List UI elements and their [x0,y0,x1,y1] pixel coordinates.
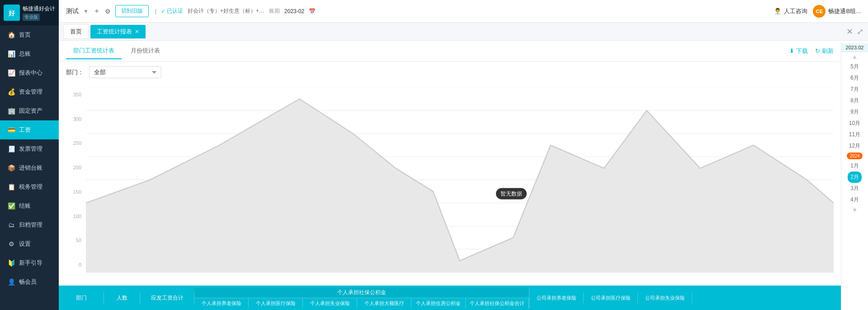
date-month-4-2024[interactable]: 4月 [841,194,868,205]
tab-dept-label: 部门工资统计表 [73,47,114,54]
sidebar-item-closeacct[interactable]: ✅ 结账 [0,196,59,215]
download-button[interactable]: ⬇ 下载 [789,47,808,55]
closeacct-icon: ✅ [7,202,15,210]
ledger-icon: 📊 [7,50,15,57]
ai-consultant-button[interactable]: 👨‍💼 人工咨询 [774,7,807,15]
secondary-tabs-right: ⬇ 下载 ↻ 刷新 [789,47,834,55]
sidebar-item-settings[interactable]: ⚙ 设置 [0,234,59,253]
verified-icon: ✓ [161,8,165,14]
settings-icon: ⚙ [7,240,15,248]
tab-dept-salary[interactable]: 部门工资统计表 [66,43,122,59]
date-nav-up[interactable]: ▲ [851,52,859,61]
th-dept: 部门 [59,292,104,304]
secondary-tabs: 部门工资统计表 月份统计表 ⬇ 下载 ↻ 刷新 [59,41,841,62]
tab-salary-label: 工资统计报表 [97,28,132,36]
maximize-button[interactable]: ⤢ [857,27,863,37]
date-month-6[interactable]: 6月 [841,72,868,84]
sidebar-item-report[interactable]: 📈 报表中心 [0,63,59,82]
add-company-button[interactable]: ＋ [93,6,100,16]
tab-monthly[interactable]: 月份统计表 [123,43,167,59]
user-profile[interactable]: CE 畅捷通B组... [813,5,861,18]
verified-label: 已认证 [167,7,183,15]
th-personal-group: 个人承担社保公积金 个人承担养老保险 个人承担医疗保险 个人承担失业保险 个人承… [194,287,529,309]
date-month-12[interactable]: 12月 [841,140,868,152]
date-month-10[interactable]: 10月 [841,118,868,129]
sidebar-label-salary: 工资 [19,126,31,134]
tab-home-label: 首页 [70,28,82,36]
settings-button[interactable]: ⚙ [105,8,111,15]
calendar-icon[interactable]: 📅 [309,8,316,14]
th-personal-cols: 个人承担养老保险 个人承担医疗保险 个人承担失业保险 个人承担大额医疗 个人承担… [194,298,529,309]
sidebar-item-stock[interactable]: 📦 进销台账 [0,158,59,177]
th-personal-total: 个人承担社保公积金合计 [466,298,529,309]
sidebar-header: 好 畅捷通好会计 专业版 [0,0,59,25]
table-header-bar: 部门 人数 应发工资合计 个人承担社保公积金 个人承担养老保险 个人承担医疗保险… [59,286,841,310]
refresh-icon: ↻ [815,48,820,54]
ai-label: 人工咨询 [784,7,807,15]
minimize-button[interactable]: ✕ [846,27,853,37]
date-month-9[interactable]: 9月 [841,106,868,118]
chart-svg [86,87,834,277]
refresh-button[interactable]: ↻ 刷新 [815,47,834,55]
date-panel: 2023.02 ▲ 5月 6月 7月 8月 9月 10月 11月 12月 202… [841,41,868,310]
y-label-150: 150 [66,189,84,195]
y-label-50: 50 [66,238,84,243]
sidebar-item-home[interactable]: 🏠 首页 [0,25,59,44]
year-badge-2024: 2024 [847,153,862,159]
archive-icon: 🗂 [7,221,15,229]
th-headcount: 人数 [104,292,140,304]
th-personal-housing: 个人承担住房公积金 [411,298,466,309]
sidebar-label-settings: 设置 [19,240,31,248]
tab-salary-report[interactable]: 工资统计报表 ✕ [90,25,146,38]
date-month-1-2024[interactable]: 1月 [841,160,868,172]
sidebar-label-invoice: 发票管理 [19,145,42,153]
switch-old-button[interactable]: 切到旧版 [115,5,149,17]
sidebar-item-member[interactable]: 👤 畅会员 [0,272,59,291]
date-month-5[interactable]: 5月 [841,61,868,72]
salary-icon: 💳 [7,126,15,134]
sidebar-item-fund[interactable]: 💰 资金管理 [0,82,59,101]
sidebar-label-report: 报表中心 [19,69,42,77]
date-month-7[interactable]: 7月 [841,84,868,95]
member-icon: 👤 [7,278,15,286]
date-month-3-2024[interactable]: 3月 [841,183,868,194]
user-name: 畅捷通B组... [828,7,861,15]
topbar-right: 👨‍💼 人工咨询 CE 畅捷通B组... [774,5,861,18]
sidebar-label-stock: 进销台账 [19,164,42,172]
date-panel-header: 2023.02 [841,43,868,52]
guide-icon: 🔰 [7,259,15,267]
sidebar-item-salary[interactable]: 💳 工资 [0,120,59,139]
company-dropdown-icon[interactable]: ▼ [83,8,89,14]
sidebar-item-asset[interactable]: 🏢 固定资产 [0,101,59,120]
y-label-0: 0 [66,262,84,267]
date-month-11[interactable]: 11月 [841,129,868,140]
tab-home[interactable]: 首页 [63,24,89,39]
sidebar-item-archive[interactable]: 🗂 归档管理 [0,215,59,234]
filter-bar: 部门： 全部 财务部 人事部 销售部 技术部 [59,62,841,83]
tab-bar: 首页 工资统计报表 ✕ ✕ ⤢ [59,23,868,41]
svg-text:好: 好 [8,10,15,17]
y-label-200: 200 [66,165,84,170]
tax-icon: 📋 [7,183,15,191]
app-edition: 专业版 [23,14,40,21]
sidebar-item-tax[interactable]: 📋 税务管理 [0,177,59,196]
date-month-8[interactable]: 8月 [841,95,868,106]
home-icon: 🏠 [7,31,15,38]
th-company-medical: 公司承担医疗保险 [584,293,638,303]
date-nav-down[interactable]: ▼ [851,205,859,215]
sidebar-item-guide[interactable]: 🔰 新手引导 [0,253,59,272]
sidebar-item-ledger[interactable]: 📊 总账 [0,44,59,63]
app-name: 畅捷通好会计 [23,5,55,13]
sidebar: 好 畅捷通好会计 专业版 🏠 首页 📊 总账 📈 报表中心 💰 [0,0,59,310]
chart-container: 0 50 100 150 200 250 300 350 [66,87,834,281]
sidebar-label-ledger: 总账 [19,50,31,58]
sidebar-item-invoice[interactable]: 🧾 发票管理 [0,139,59,158]
fund-icon: 💰 [7,88,15,95]
th-personal-extra-medical: 个人承担大额医疗 [357,298,411,309]
tab-close-button[interactable]: ✕ [135,29,139,35]
dept-filter-select[interactable]: 全部 财务部 人事部 销售部 技术部 [89,66,161,78]
ai-icon: 👨‍💼 [774,8,781,14]
user-avatar: CE [813,5,826,18]
date-month-2-2024[interactable]: 2月 [848,172,862,183]
download-label: 下载 [796,47,808,55]
